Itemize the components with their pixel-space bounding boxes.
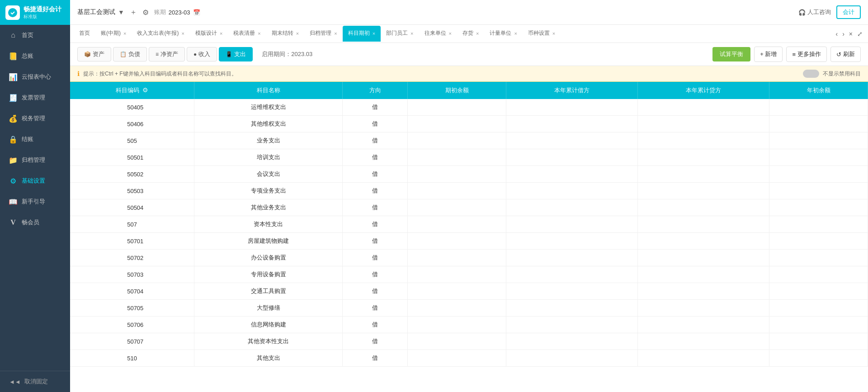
tab-unit[interactable]: 计量单位 × <box>484 26 522 42</box>
sidebar-item-reports[interactable]: 📊 云报表中心 <box>0 66 70 87</box>
cell-code: 50502 <box>70 166 194 183</box>
tab-income-report[interactable]: 收入支出表(年报) × <box>132 26 189 42</box>
reports-icon: 📊 <box>9 73 17 81</box>
period-value: 2023-03 <box>169 9 190 16</box>
tab-nav-next[interactable]: › <box>840 28 846 39</box>
tab-inventory-close[interactable]: × <box>476 31 479 36</box>
sidebar-item-settings[interactable]: ⚙ 基础设置 <box>0 170 70 191</box>
tab-tax-clear-label: 税表清册 <box>233 29 255 37</box>
tab-currency[interactable]: 币种设置 × <box>523 26 561 42</box>
table-row[interactable]: 50502 会议支出 借 <box>70 166 868 183</box>
tab-intermediate-close[interactable]: × <box>123 31 126 36</box>
tab-inventory[interactable]: 存货 × <box>457 26 484 42</box>
table-row[interactable]: 50707 其他资本性支出 借 <box>70 333 868 350</box>
add-workspace-button[interactable]: ＋ <box>130 8 137 17</box>
sidebar-item-member[interactable]: V 畅会员 <box>0 212 70 233</box>
table-row[interactable]: 50504 其他业务支出 借 <box>70 199 868 216</box>
sidebar-item-ledger[interactable]: 📒 总账 <box>0 46 70 66</box>
company-dropdown-icon[interactable]: ▼ <box>118 9 124 16</box>
company-selector[interactable]: 基层工会测试 ▼ <box>77 8 124 16</box>
sidebar-item-close[interactable]: 🔒 结账 <box>0 129 70 150</box>
tab-period-close-close[interactable]: × <box>296 31 299 36</box>
cat-tab-liability[interactable]: 📋 负债 <box>113 47 147 61</box>
tab-nav-close-all[interactable]: × <box>847 28 854 39</box>
cell-dir: 借 <box>343 333 408 350</box>
cell-dir: 借 <box>343 283 408 300</box>
table-row[interactable]: 50703 专用设备购置 借 <box>70 266 868 283</box>
sidebar-item-tax[interactable]: 💰 税务管理 <box>0 108 70 129</box>
tab-currency-close[interactable]: × <box>552 31 555 36</box>
col-header-year-balance: 年初余额 <box>769 82 868 99</box>
calc-balance-button[interactable]: 试算平衡 <box>712 47 750 61</box>
sidebar-pin-button[interactable]: ◄◄ 取消固定 <box>0 371 70 392</box>
table-row[interactable]: 50405 运维维权支出 借 <box>70 99 868 116</box>
tab-tax-clear-close[interactable]: × <box>258 31 260 36</box>
tab-period-close[interactable]: 期末结转 × <box>266 26 304 42</box>
cat-tab-net-asset[interactable]: ≡ 净资产 <box>149 47 185 61</box>
table-row[interactable]: 50501 培训支出 借 <box>70 149 868 166</box>
table-row[interactable]: 50705 大型修缮 借 <box>70 300 868 316</box>
tab-nav-expand[interactable]: ⤢ <box>855 28 864 39</box>
workspace-settings-icon[interactable]: ⚙ <box>142 8 149 17</box>
sidebar-item-archive[interactable]: 📁 归档管理 <box>0 150 70 170</box>
table-row[interactable]: 50702 办公设备购置 借 <box>70 250 868 266</box>
tab-partner[interactable]: 往来单位 × <box>419 26 457 42</box>
table-row[interactable]: 50706 信息网络购建 借 <box>70 316 868 333</box>
table-row[interactable]: 510 其他支出 借 <box>70 350 868 367</box>
sidebar: 畅捷通好会计 标准版 ⌂ 首页 📒 总账 📊 云报表中心 🧾 发票管理 💰 税务… <box>0 0 70 392</box>
sidebar-item-guide[interactable]: 📖 新手引导 <box>0 191 70 212</box>
tab-intermediate[interactable]: 账(中期) × <box>95 26 132 42</box>
tab-archive[interactable]: 归档管理 × <box>304 26 342 42</box>
cell-year-balance <box>769 183 868 199</box>
cell-dir: 借 <box>343 166 408 183</box>
calendar-icon[interactable]: 📅 <box>193 9 200 16</box>
tab-template-close[interactable]: × <box>220 31 222 36</box>
col-header-balance: 期初余额 <box>408 82 506 99</box>
cell-name: 信息网络购建 <box>194 316 343 333</box>
tab-tax-clear[interactable]: 税表清册 × <box>228 26 266 42</box>
sidebar-item-invoice[interactable]: 🧾 发票管理 <box>0 87 70 108</box>
cell-dir: 借 <box>343 149 408 166</box>
sidebar-item-home[interactable]: ⌂ 首页 <box>0 25 70 46</box>
period-selector[interactable]: 账期 2023-03 📅 <box>154 8 200 16</box>
tab-template[interactable]: 模版设计 × <box>190 26 228 42</box>
account-button[interactable]: 会计 <box>836 5 861 19</box>
tab-nav-prev[interactable]: ‹ <box>834 28 840 39</box>
refresh-button[interactable]: ↺ 刷新 <box>830 47 861 62</box>
tab-dept-emp[interactable]: 部门员工 × <box>381 26 419 42</box>
tab-dept-emp-close[interactable]: × <box>410 31 413 36</box>
tab-partner-close[interactable]: × <box>449 31 452 36</box>
more-actions-button[interactable]: ≡ 更多操作 <box>786 47 827 62</box>
sidebar-label-reports: 云报表中心 <box>22 73 51 81</box>
table-row[interactable]: 505 业务支出 借 <box>70 132 868 149</box>
tab-dept-emp-label: 部门员工 <box>386 29 408 37</box>
table-row[interactable]: 50406 其他维权支出 借 <box>70 116 868 132</box>
tab-unit-close[interactable]: × <box>514 31 517 36</box>
logo-subtitle: 标准版 <box>24 14 61 20</box>
cell-debit <box>506 99 637 116</box>
table-row[interactable]: 50503 专项业务支出 借 <box>70 183 868 199</box>
tab-archive-close[interactable]: × <box>334 31 337 36</box>
cell-code: 50703 <box>70 266 194 283</box>
help-button[interactable]: 🎧 人工咨询 <box>798 8 831 16</box>
cat-tab-income[interactable]: ● 收入 <box>187 47 217 61</box>
column-settings-icon[interactable]: ⚙ <box>142 86 148 94</box>
table-row[interactable]: 507 资本性支出 借 <box>70 216 868 233</box>
table-row[interactable]: 50701 房屋建筑物购建 借 <box>70 233 868 250</box>
col-header-dir: 方向 <box>343 82 408 99</box>
net-asset-icon: ≡ <box>156 51 159 57</box>
cat-tab-expenditure[interactable]: 📱 支出 <box>219 47 253 61</box>
cell-balance <box>408 99 506 116</box>
tab-period-close-label: 期末结转 <box>272 29 293 37</box>
tab-income-report-close[interactable]: × <box>181 31 184 36</box>
cell-code: 50503 <box>70 183 194 199</box>
table-row[interactable]: 50704 交通工具购置 借 <box>70 283 868 300</box>
help-label: 人工咨询 <box>807 8 831 16</box>
cat-tab-asset[interactable]: 📦 资产 <box>77 47 111 61</box>
add-button[interactable]: + 新增 <box>754 47 783 62</box>
disabled-toggle[interactable] <box>803 70 819 78</box>
tab-subject-init-close[interactable]: × <box>373 31 375 36</box>
tab-home[interactable]: 首页 <box>74 26 95 42</box>
tab-subject-init[interactable]: 科目期初 × <box>343 26 381 42</box>
invoice-icon: 🧾 <box>9 94 17 102</box>
